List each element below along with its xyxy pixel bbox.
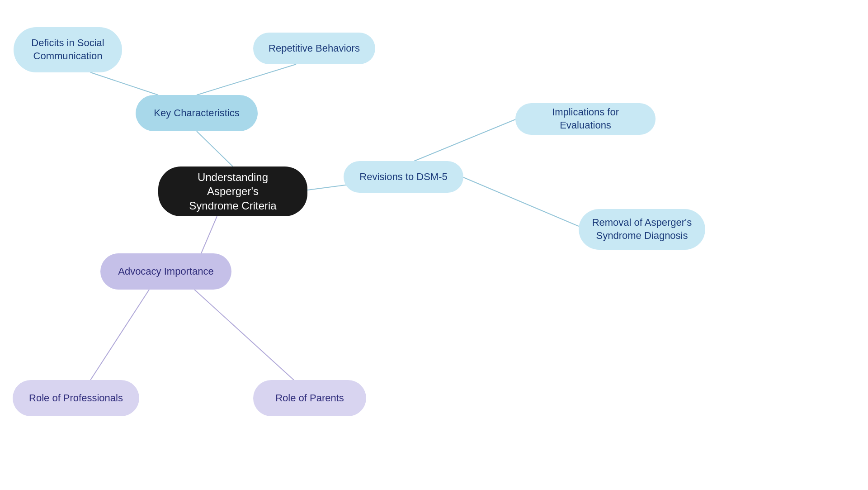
svg-line-0 xyxy=(197,131,233,167)
key-characteristics-node: Key Characteristics xyxy=(136,95,258,131)
svg-line-1 xyxy=(90,72,158,95)
svg-line-7 xyxy=(90,290,149,380)
role-professionals-node: Role of Professionals xyxy=(13,380,139,416)
svg-line-2 xyxy=(197,64,296,95)
svg-line-6 xyxy=(201,216,217,253)
removal-node: Removal of Asperger's Syndrome Diagnosis xyxy=(579,209,705,250)
svg-line-5 xyxy=(463,177,579,226)
repetitive-behaviors-node: Repetitive Behaviors xyxy=(253,33,375,64)
revisions-dsm5-node: Revisions to DSM-5 xyxy=(344,161,463,193)
svg-line-4 xyxy=(414,119,515,161)
role-parents-node: Role of Parents xyxy=(253,380,366,416)
center-node: Understanding Asperger's Syndrome Criter… xyxy=(158,167,307,216)
svg-line-8 xyxy=(194,290,294,380)
advocacy-node: Advocacy Importance xyxy=(100,253,231,290)
deficits-node: Deficits in Social Communication xyxy=(14,27,122,72)
implications-node: Implications for Evaluations xyxy=(515,103,656,135)
